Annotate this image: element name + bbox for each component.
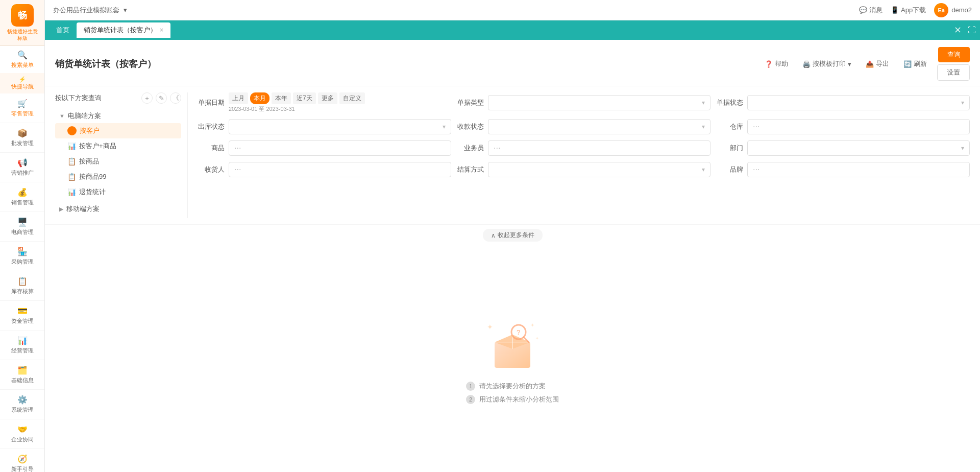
logo-text: 畅捷通好生意 标版	[7, 28, 38, 41]
sidebar-item-operation[interactable]: 📊 经营管理	[0, 331, 44, 360]
export-btn[interactable]: 📤 导出	[862, 57, 893, 70]
svg-text:?: ?	[517, 328, 520, 336]
filter-group-brand: 品牌 ···	[717, 162, 970, 177]
out-status-label: 出库状态	[198, 122, 225, 131]
tab-close-icon[interactable]: ×	[160, 27, 163, 34]
filter-group-salesperson: 业务员 ···	[457, 140, 710, 156]
date-shortcuts: 上月 本月 本年 近7天 更多 自定义	[229, 92, 451, 104]
setting-button[interactable]: 设置	[937, 64, 970, 81]
export-icon: 📤	[866, 60, 874, 68]
sidebar-item-ecommerce[interactable]: 🖥️ 电商管理	[0, 212, 44, 242]
date-range-display: 2023-03-01 至 2023-03-31	[229, 105, 451, 113]
sidebar-item-newguide[interactable]: 🧭 新手引导	[0, 449, 44, 472]
sidebar-item-sales[interactable]: 💰 销售管理	[0, 182, 44, 212]
scheme-panel-title: 按以下方案查询	[55, 93, 102, 103]
sidebar-item-finance[interactable]: 💳 资金管理	[0, 301, 44, 331]
date-btn-more[interactable]: 更多	[318, 92, 337, 104]
sidebar-item-quicknav[interactable]: ⚡ 快捷导航	[0, 73, 44, 93]
scheme-item-return-stats[interactable]: 📊 退货统计	[55, 184, 181, 200]
scheme-group-mobile-title[interactable]: ▶ 移动端方案	[55, 202, 181, 216]
collapse-btn[interactable]: ∧ 收起更多条件	[483, 229, 543, 242]
filter-group-out-status: 出库状态 ▾	[198, 119, 451, 134]
page-header: 销货单统计表（按客户） ❓ 帮助 🖨️ 按模板打印 ▾ 📤 导出 🔄 刷新	[45, 40, 980, 86]
app-download-btn[interactable]: 📱 App下载	[891, 6, 926, 15]
sidebar-item-search[interactable]: 🔍 搜索菜单	[0, 46, 44, 73]
close-window-icon[interactable]: ✕	[954, 25, 962, 36]
chevron-down-icon6: ▾	[702, 166, 705, 173]
table-icon: 📋	[67, 157, 76, 166]
page-actions: ❓ 帮助 🖨️ 按模板打印 ▾ 📤 导出 🔄 刷新 查询	[761, 47, 970, 81]
sidebar-item-basic[interactable]: 🗂️ 基础信息	[0, 360, 44, 390]
date-btn-thisyear[interactable]: 本年	[272, 92, 291, 104]
order-type-input[interactable]: ▾	[488, 95, 710, 110]
scheme-item-by-customer[interactable]: 按客户	[55, 123, 181, 138]
chevron-down-icon: ▾	[702, 99, 705, 106]
industry-selector[interactable]: 办公用品行业模拟账套 ▾	[53, 6, 127, 15]
help-btn[interactable]: ❓ 帮助	[761, 57, 792, 70]
date-label: 单据日期	[198, 98, 225, 107]
out-status-input[interactable]: ▾	[229, 119, 451, 134]
refresh-btn[interactable]: 🔄 刷新	[899, 57, 931, 70]
sidebar-logo: 畅 畅捷通好生意 标版	[0, 0, 44, 46]
sales-icon: 💰	[17, 187, 28, 197]
chevron-down-icon2: ▾	[961, 99, 964, 106]
warehouse-input[interactable]: ···	[747, 119, 970, 134]
goods-input[interactable]: ···	[229, 140, 451, 156]
grid-icon: ⚡	[19, 76, 26, 83]
salesperson-input[interactable]: ···	[488, 140, 710, 156]
sidebar-item-retail[interactable]: 🛒 零售管理	[0, 93, 44, 123]
scheme-item-by-goods[interactable]: 📋 按商品	[55, 154, 181, 169]
scheme-item-by-goods99[interactable]: 📋 按商品99	[55, 169, 181, 184]
sidebar-item-enterprise[interactable]: 🤝 企业协同	[0, 419, 44, 449]
guide-icon: 🧭	[17, 454, 28, 464]
group-arrow-icon: ▼	[59, 113, 65, 119]
edit-scheme-btn[interactable]: ✎	[156, 92, 167, 104]
message-btn[interactable]: 💬 消息	[859, 6, 883, 15]
collapse-scheme-btn[interactable]: 《	[170, 92, 181, 104]
refresh-icon: 🔄	[903, 60, 912, 68]
brand-input[interactable]: ···	[747, 162, 970, 177]
order-status-input[interactable]: ▾	[747, 95, 970, 110]
scheme-group-pc-title[interactable]: ▼ 电脑端方案	[55, 109, 181, 123]
ecommerce-icon: 🖥️	[17, 217, 28, 227]
tab-home[interactable]: 首页	[49, 22, 77, 38]
filter-group-department: 部门 ▾	[717, 140, 970, 156]
chart-icon: 📊	[67, 142, 76, 150]
tab-sales-stats[interactable]: 销货单统计表（按客户） ×	[77, 22, 170, 38]
date-btn-7days[interactable]: 近7天	[293, 92, 316, 104]
sidebar-item-inventory[interactable]: 📋 库存核算	[0, 271, 44, 301]
date-btn-thismonth[interactable]: 本月	[250, 92, 270, 104]
date-btn-lastmonth[interactable]: 上月	[229, 92, 248, 104]
add-scheme-btn[interactable]: +	[141, 92, 153, 104]
collapse-up-icon: ∧	[491, 232, 496, 239]
retail-icon: 🛒	[17, 99, 28, 108]
sidebar-item-wholesale[interactable]: 📦 批发管理	[0, 123, 44, 153]
sidebar-item-marketing[interactable]: 📢 营销推广	[0, 153, 44, 182]
receipt-status-input[interactable]: ▾	[488, 119, 710, 134]
sidebar-item-system[interactable]: ⚙️ 系统管理	[0, 390, 44, 419]
filter-row-4: 收货人 ··· 结算方式 ▾ 品牌	[198, 162, 970, 177]
receiver-input[interactable]: ···	[229, 162, 451, 177]
scheme-group-mobile: ▶ 移动端方案	[55, 202, 181, 216]
industry-dropdown-icon[interactable]: ▾	[124, 6, 127, 14]
maximize-icon[interactable]: ⛶	[968, 26, 976, 35]
sidebar-item-purchase[interactable]: 🏪 采购管理	[0, 242, 44, 271]
settlement-label: 结算方式	[457, 165, 484, 174]
date-btn-custom[interactable]: 自定义	[339, 92, 365, 104]
date-field: 上月 本月 本年 近7天 更多 自定义 2023-03-01 至 2023-03…	[229, 92, 451, 113]
tip-num-1: 1	[466, 382, 475, 391]
basic-icon: 🗂️	[17, 365, 28, 375]
print-dropdown-icon[interactable]: ▾	[848, 60, 851, 68]
query-button[interactable]: 查询	[938, 47, 970, 62]
page-content: 销货单统计表（按客户） ❓ 帮助 🖨️ 按模板打印 ▾ 📤 导出 🔄 刷新	[45, 40, 980, 472]
filter-form: 单据日期 上月 本月 本年 近7天 更多 自定义 2023-03-01 至 20…	[188, 92, 970, 218]
operation-icon: 📊	[17, 336, 28, 345]
user-menu[interactable]: Ea demo2	[934, 3, 972, 17]
settlement-input[interactable]: ▾	[488, 162, 710, 177]
scheme-item-customer-goods[interactable]: 📊 按客户+商品	[55, 138, 181, 154]
svg-text:✦: ✦	[530, 322, 534, 328]
print-btn[interactable]: 🖨️ 按模板打印 ▾	[798, 57, 855, 70]
filter-area: 按以下方案查询 + ✎ 《 ▼ 电脑端方案 按客户	[45, 86, 980, 224]
department-input[interactable]: ▾	[747, 140, 970, 156]
filter-group-settlement: 结算方式 ▾	[457, 162, 710, 177]
